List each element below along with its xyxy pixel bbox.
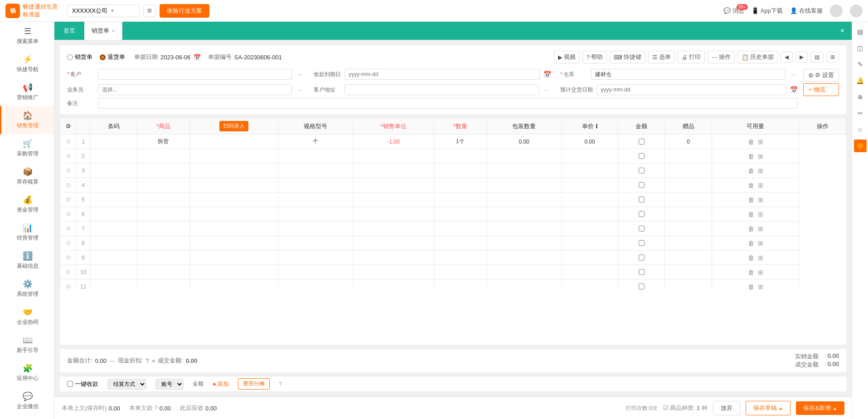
cell-gift[interactable] bbox=[618, 250, 665, 265]
right-panel-btn-5[interactable]: ⊕ bbox=[854, 91, 867, 103]
cell-unit-price[interactable] bbox=[486, 265, 562, 279]
cell-unit-price[interactable]: 0.00 bbox=[486, 135, 562, 149]
cell-amount[interactable] bbox=[562, 279, 618, 290]
customer-more-btn[interactable]: ··· bbox=[296, 71, 305, 78]
right-panel-btn-1[interactable]: ▤ bbox=[854, 25, 867, 38]
logistics-btn[interactable]: + 物流 bbox=[803, 83, 839, 96]
cell-gift[interactable] bbox=[618, 193, 665, 207]
row-delete-btn[interactable]: 🗑 bbox=[747, 239, 755, 248]
note-input[interactable] bbox=[98, 98, 798, 109]
sidebar-item-base-info[interactable]: ℹ️ 基础信息 bbox=[0, 246, 54, 275]
abandon-btn[interactable]: 放弃 bbox=[713, 401, 740, 415]
cell-quantity[interactable] bbox=[353, 207, 434, 222]
window-close-btn[interactable]: × bbox=[837, 25, 848, 37]
cell-gear[interactable]: ⚙ bbox=[60, 193, 77, 207]
cell-gear[interactable]: ⚙ bbox=[60, 149, 77, 164]
cell-unit[interactable] bbox=[278, 279, 353, 290]
salesperson-more-btn[interactable]: ··· bbox=[296, 86, 305, 93]
cell-product[interactable] bbox=[137, 250, 189, 265]
cell-pkg-qty[interactable] bbox=[434, 279, 486, 290]
help-btn[interactable]: ? 帮助 bbox=[582, 51, 607, 63]
cell-amount[interactable] bbox=[562, 222, 618, 236]
cell-gear[interactable]: ⚙ bbox=[60, 279, 77, 290]
cell-product[interactable] bbox=[137, 193, 189, 207]
cell-product[interactable]: 拆货 bbox=[137, 135, 189, 149]
cell-amount[interactable] bbox=[562, 265, 618, 279]
sidebar-item-sales[interactable]: 🏠 销售管理 bbox=[0, 106, 54, 134]
scan-btn[interactable]: 扫码录入 bbox=[219, 121, 248, 131]
cell-gift[interactable] bbox=[618, 265, 665, 279]
cell-amount[interactable] bbox=[562, 149, 618, 164]
avatar[interactable] bbox=[830, 5, 843, 17]
cell-gift[interactable] bbox=[618, 135, 665, 149]
warehouse-more-btn[interactable]: ··· bbox=[789, 71, 798, 78]
cash-discount-help[interactable]: ? bbox=[146, 357, 149, 364]
trial-button[interactable]: 体验行业方案 bbox=[160, 4, 209, 18]
cell-unit[interactable] bbox=[278, 193, 353, 207]
cell-barcode[interactable] bbox=[90, 236, 137, 250]
cell-spec[interactable] bbox=[189, 207, 278, 222]
cell-barcode[interactable] bbox=[90, 164, 137, 178]
select-order-btn[interactable]: ☰ 选单 bbox=[648, 51, 675, 63]
row-copy-btn[interactable]: ⊞ bbox=[757, 166, 764, 175]
cell-spec[interactable] bbox=[189, 250, 278, 265]
cell-spec[interactable] bbox=[189, 265, 278, 279]
cell-product[interactable] bbox=[137, 236, 189, 250]
cell-barcode[interactable] bbox=[90, 178, 137, 193]
history-btn[interactable]: 📋 历史单据 bbox=[737, 51, 778, 63]
save-new-btn[interactable]: 保存&新增 ▲ bbox=[796, 401, 844, 415]
print-btn[interactable]: 🖨 打印 bbox=[678, 51, 705, 63]
cell-gear[interactable]: ⚙ bbox=[60, 236, 77, 250]
table-scroll[interactable]: ⚙ 条码 *商品 扫码录入 规格型号 *销售单位 *数量 包装数量 单价 ℹ bbox=[60, 118, 846, 290]
cell-amount[interactable] bbox=[562, 250, 618, 265]
return-order-radio[interactable]: 退货单 bbox=[100, 53, 125, 61]
cell-gift[interactable] bbox=[618, 222, 665, 236]
cell-gear[interactable]: ⚙ bbox=[60, 265, 77, 279]
cell-quantity[interactable] bbox=[353, 279, 434, 290]
cell-unit-price[interactable] bbox=[486, 193, 562, 207]
next-btn[interactable]: ▶ bbox=[795, 52, 808, 63]
cell-barcode[interactable] bbox=[90, 250, 137, 265]
cell-spec[interactable] bbox=[189, 164, 278, 178]
sidebar-item-system[interactable]: ⚙️ 系统管理 bbox=[0, 275, 54, 303]
account-select[interactable]: 账号 bbox=[155, 379, 184, 390]
row-copy-btn[interactable]: ⊞ bbox=[757, 152, 764, 161]
cell-product[interactable] bbox=[137, 149, 189, 164]
cell-gift[interactable] bbox=[618, 164, 665, 178]
sale-order-radio[interactable]: 销货单 bbox=[67, 53, 92, 61]
row-copy-btn[interactable]: ⊞ bbox=[757, 224, 764, 233]
cell-barcode[interactable] bbox=[90, 135, 137, 149]
row-copy-btn[interactable]: ⊞ bbox=[757, 137, 764, 146]
avatar-2[interactable] bbox=[850, 5, 863, 17]
one-click-payment-checkbox[interactable]: 一键收款 bbox=[67, 380, 98, 388]
sidebar-item-quick-nav[interactable]: ⚡ 快捷导航 bbox=[0, 50, 54, 78]
cell-gear[interactable]: ⚙ bbox=[60, 207, 77, 222]
cell-spec[interactable] bbox=[189, 135, 278, 149]
cell-amount[interactable] bbox=[562, 193, 618, 207]
cell-spec[interactable] bbox=[189, 193, 278, 207]
cell-product[interactable] bbox=[137, 178, 189, 193]
cell-amount[interactable] bbox=[562, 164, 618, 178]
row-delete-btn[interactable]: 🗑 bbox=[747, 152, 755, 161]
expected-date-input[interactable] bbox=[596, 84, 786, 95]
tab-close-icon[interactable]: × bbox=[112, 28, 115, 34]
tab-home[interactable]: 首页 bbox=[54, 22, 84, 40]
cell-unit-price[interactable] bbox=[486, 207, 562, 222]
sidebar-item-app-center[interactable]: 🧩 应用中心 bbox=[0, 359, 54, 387]
cell-unit-price[interactable] bbox=[486, 164, 562, 178]
cell-pkg-qty[interactable] bbox=[434, 265, 486, 279]
cell-gear[interactable]: ⚙ bbox=[60, 222, 77, 236]
right-panel-btn-2[interactable]: ◫ bbox=[854, 42, 867, 54]
row-copy-btn[interactable]: ⊞ bbox=[757, 195, 764, 204]
cell-barcode[interactable] bbox=[90, 222, 137, 236]
cell-quantity[interactable] bbox=[353, 236, 434, 250]
right-panel-btn-7[interactable]: ☆ bbox=[854, 123, 867, 136]
cell-spec[interactable] bbox=[189, 279, 278, 290]
help-icon[interactable]: ? bbox=[279, 380, 282, 387]
customer-input[interactable] bbox=[98, 69, 292, 80]
cell-pkg-qty[interactable]: 1个 bbox=[434, 135, 486, 149]
right-panel-btn-3[interactable]: ✎ bbox=[854, 58, 867, 71]
cell-pkg-qty[interactable] bbox=[434, 222, 486, 236]
cell-unit-price[interactable] bbox=[486, 279, 562, 290]
cell-unit-price[interactable] bbox=[486, 222, 562, 236]
